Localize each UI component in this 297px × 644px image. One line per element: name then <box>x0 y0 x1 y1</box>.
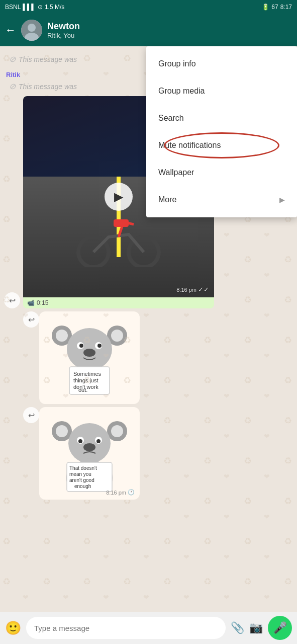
more-chevron-icon: ▶ <box>279 196 285 204</box>
menu-item-search[interactable]: Search <box>146 105 297 132</box>
menu-label-group-info: Group info <box>158 59 196 68</box>
dropdown-overlay: Group info Group media Search Mute notif… <box>0 0 297 644</box>
menu-label-mute: Mute notifications <box>158 141 221 150</box>
menu-label-wallpaper: Wallpaper <box>158 168 194 177</box>
dropdown-menu: Group info Group media Search Mute notif… <box>146 46 297 217</box>
menu-item-group-media[interactable]: Group media <box>146 77 297 105</box>
menu-label-group-media: Group media <box>158 87 205 96</box>
menu-item-group-info[interactable]: Group info <box>146 50 297 77</box>
menu-label-more: More <box>158 195 176 204</box>
menu-label-search: Search <box>158 114 184 123</box>
menu-item-wallpaper[interactable]: Wallpaper <box>146 159 297 186</box>
menu-item-more[interactable]: More ▶ <box>146 186 297 213</box>
page-container: BSNL ▌▌▌ ⊙ 1.5 M/s 🔋 67 8:17 ← Newton Ri… <box>0 0 297 644</box>
menu-item-mute[interactable]: Mute notifications <box>146 132 297 159</box>
